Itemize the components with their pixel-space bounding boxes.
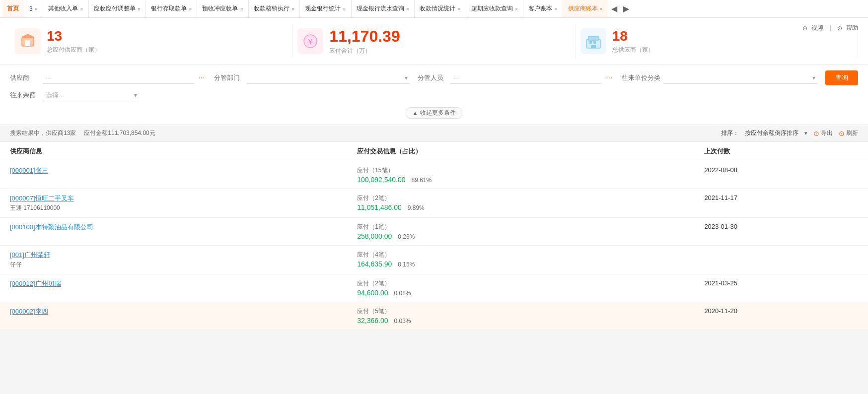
tx-pct: 9.89%: [408, 204, 425, 211]
tx-label: 应付（15笔）: [357, 166, 684, 175]
tx-amount[interactable]: 164,635.90: [357, 260, 392, 268]
svg-rect-8: [593, 41, 596, 44]
supplier-link[interactable]: [000001]张三: [10, 167, 48, 174]
supplier-link[interactable]: [000002]李四: [10, 308, 48, 315]
supplier-link[interactable]: [000012]广州贝瑞: [10, 280, 61, 287]
nav-tab-home[interactable]: 首页: [2, 0, 24, 18]
supplier-sub: 仔仔: [10, 261, 337, 269]
close-overdue-query[interactable]: ×: [515, 6, 518, 12]
supplier-cell: [000012]广州贝瑞: [0, 274, 347, 302]
col-header-lastpay: 上次付数: [694, 142, 868, 161]
col-header-supplier: 供应商信息: [0, 142, 347, 161]
supplier-sub: 王通 17106110000: [10, 204, 337, 212]
supplier-count: 搜索结果中，供应商13家: [10, 129, 76, 137]
supplier-link[interactable]: [000100]本特勤油品有限公司: [10, 223, 93, 231]
refresh-icon: ⊙: [839, 130, 845, 137]
nav-tab-other-income[interactable]: 其他收入单 ×: [43, 0, 88, 18]
supplier-cell: [000001]张三: [0, 161, 347, 189]
export-icon: ⊙: [813, 130, 819, 137]
close-cash-bank-flow[interactable]: ×: [406, 6, 409, 12]
filter-dept: 分管部门 ▾: [214, 72, 410, 84]
close-prepay[interactable]: ×: [240, 6, 243, 12]
nav-tab-cash-bank-stat[interactable]: 现金银行统计 ×: [300, 0, 351, 18]
collapse-bar: ▲ 收起更多条件: [10, 105, 858, 121]
close-tab-3[interactable]: ×: [35, 6, 38, 12]
video-link[interactable]: 视频: [811, 24, 823, 32]
tx-pct: 89.61%: [412, 177, 432, 184]
close-bank-deposit[interactable]: ×: [189, 6, 192, 12]
tab-cash-bank-stat-label: 现金银行统计: [305, 4, 341, 13]
table-row: [000007]恒旺二手叉车王通 17106110000应付（2笔）11,051…: [0, 189, 868, 218]
help-links: ⊙ 视频 ｜ ⊙ 帮助: [802, 24, 858, 32]
sort-label: 排序：: [721, 129, 739, 137]
tx-amount[interactable]: 11,051,486.00: [357, 203, 402, 211]
nav-tab-receipt-verify[interactable]: 收款核销执行 ×: [249, 0, 300, 18]
person-dots[interactable]: ···: [605, 73, 613, 82]
close-customer-account[interactable]: ×: [554, 6, 557, 12]
collapse-button[interactable]: ▲ 收起更多条件: [406, 107, 462, 119]
help-icon: ⊙: [837, 25, 842, 32]
supplier-input[interactable]: [43, 72, 194, 84]
stat-block-1: 13 总应付供应商（家）: [10, 25, 292, 57]
person-input[interactable]: [450, 72, 602, 84]
dept-input[interactable]: [247, 72, 410, 84]
supplier-cell: [000007]恒旺二手叉车王通 17106110000: [0, 189, 347, 218]
filter-row-2: 往来余额 ▾: [10, 89, 858, 101]
supplier-link[interactable]: [001]广州荣轩: [10, 251, 50, 259]
close-supplier-account[interactable]: ×: [600, 6, 603, 12]
tx-cell: 应付（1笔）258,000.000.23%: [347, 218, 694, 246]
nav-tab-overdue-query[interactable]: 超期应收款查询 ×: [466, 0, 523, 18]
nav-tab-bank-deposit[interactable]: 银行存取款单 ×: [146, 0, 197, 18]
balance-input[interactable]: [43, 89, 139, 101]
tab-ap-adjust-label: 应收应付调整单: [94, 4, 136, 13]
nav-tab-receipt-stat[interactable]: 收款情况统计 ×: [415, 0, 466, 18]
query-button[interactable]: 查询: [825, 70, 858, 85]
tx-cell: 应付（2笔）11,051,486.009.89%: [347, 189, 694, 218]
tab-bank-deposit-label: 银行存取款单: [151, 4, 187, 13]
table-row: [000012]广州贝瑞应付（2笔）94,600.000.08%2021-03-…: [0, 274, 868, 302]
export-button[interactable]: ⊙ 导出: [813, 129, 833, 137]
supplier-cell: [000002]李四: [0, 302, 347, 330]
close-receipt-stat[interactable]: ×: [457, 6, 460, 12]
help-link[interactable]: 帮助: [846, 24, 858, 32]
refresh-button[interactable]: ⊙ 刷新: [839, 129, 858, 137]
tx-pct: 0.08%: [394, 290, 411, 297]
close-other-income[interactable]: ×: [80, 6, 83, 12]
sort-value[interactable]: 按应付余额倒序排序: [745, 129, 798, 137]
nav-next-arrow[interactable]: ▶: [620, 0, 632, 18]
tab-other-income-label: 其他收入单: [48, 4, 78, 13]
nav-tab-prepay[interactable]: 预收冲应收单 ×: [197, 0, 248, 18]
tx-amount[interactable]: 32,366.00: [357, 317, 388, 325]
tx-amount[interactable]: 94,600.00: [357, 289, 388, 297]
export-label: 导出: [821, 129, 833, 137]
svg-text:¥: ¥: [308, 38, 312, 46]
tx-amount[interactable]: 100,092,540.00: [357, 176, 405, 184]
supplier-label: 供应商: [10, 73, 40, 82]
supplier-cell: [001]广州荣轩仔仔: [0, 246, 347, 274]
result-bar: 搜索结果中，供应商13家 应付金额111,703,854.00元 排序： 按应付…: [0, 125, 868, 142]
tx-label: 应付（2笔）: [357, 194, 684, 202]
table-row: [000001]张三应付（15笔）100,092,540.0089.61%202…: [0, 161, 868, 189]
category-input[interactable]: [663, 72, 818, 84]
category-select-wrap: ▾: [663, 72, 818, 84]
tx-cell: 应付（2笔）94,600.000.08%: [347, 274, 694, 302]
supplier-link[interactable]: [000007]恒旺二手叉车: [10, 195, 74, 202]
nav-tab-supplier-account[interactable]: 供应商账本 ×: [563, 0, 608, 18]
category-label: 往来单位分类: [622, 73, 660, 82]
nav-tab-customer-account[interactable]: 客户账本 ×: [523, 0, 563, 18]
close-receipt-verify[interactable]: ×: [291, 6, 294, 12]
supplier-cell: [000100]本特勤油品有限公司: [0, 218, 347, 246]
nav-tab-3[interactable]: 3 ×: [24, 0, 43, 18]
dept-label: 分管部门: [214, 73, 244, 82]
supplier-dots[interactable]: ···: [197, 73, 206, 82]
close-ap-adjust[interactable]: ×: [138, 6, 141, 12]
collapse-label: 收起更多条件: [420, 109, 456, 117]
tab-customer-account-label: 客户账本: [528, 4, 552, 13]
nav-tab-ap-adjust[interactable]: 应收应付调整单 ×: [89, 0, 146, 18]
nav-tab-cash-bank-flow[interactable]: 现金银行流水查询 ×: [352, 0, 415, 18]
close-cash-bank-stat[interactable]: ×: [343, 6, 346, 12]
nav-prev-arrow[interactable]: ◀: [608, 0, 620, 18]
tx-pct: 0.23%: [398, 233, 415, 240]
tx-amount[interactable]: 258,000.00: [357, 232, 392, 240]
table-row: [001]广州荣轩仔仔应付（4笔）164,635.900.15%: [0, 246, 868, 274]
